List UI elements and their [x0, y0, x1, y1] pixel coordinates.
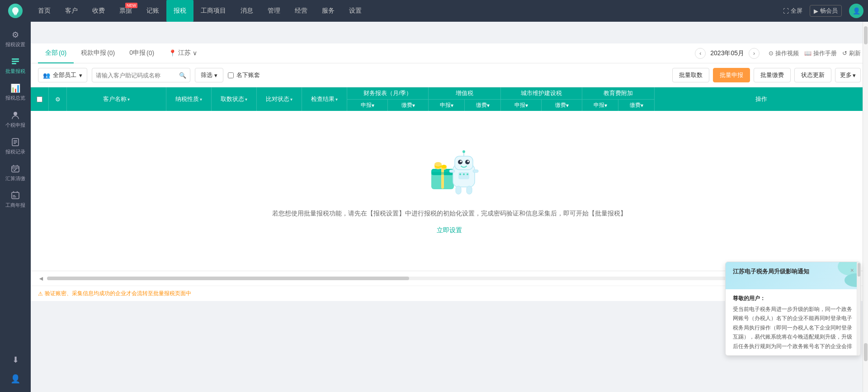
refresh-btn[interactable]: ↺ 刷新 — [842, 49, 861, 57]
nav-ticket[interactable]: 票据 NEW — [112, 0, 139, 22]
video-icon: ⊙ — [769, 50, 774, 57]
nav-operation[interactable]: 经营 — [288, 0, 315, 22]
settlement-icon — [10, 164, 20, 174]
batch-declare-btn[interactable]: 批量申报 — [713, 68, 750, 82]
scroll-left-icon[interactable]: ◄ — [38, 275, 44, 282]
svg-point-33 — [463, 173, 465, 175]
search-input[interactable] — [96, 72, 177, 79]
sidebar-item-personal-tax[interactable]: 个税申报 — [0, 106, 31, 133]
search-box: 🔍 — [92, 68, 190, 82]
filter-icon[interactable]: ▾ — [127, 97, 130, 102]
sidebar-item-batch-tax[interactable]: 批量报税 — [0, 52, 31, 79]
th-city-declare: 申报 ▾ — [501, 100, 542, 111]
tax-records-icon — [10, 137, 20, 147]
th-group-education-title: 教育费附加 — [582, 87, 654, 100]
filter-icon[interactable]: ▾ — [487, 102, 490, 109]
setup-link[interactable]: 立即设置 — [437, 226, 462, 234]
select-icon: 👥 — [43, 72, 50, 79]
svg-point-26 — [467, 161, 469, 163]
annual-report-icon — [10, 191, 20, 201]
sidebar-item-download[interactable]: ⬇ — [0, 350, 31, 369]
sidebar-bottom: ⬇ 👤 — [0, 350, 31, 388]
tab-zero-declare[interactable]: 0申报 (0) — [122, 43, 161, 63]
sidebar-item-settlement[interactable]: 汇算清缴 — [0, 159, 31, 186]
svg-point-16 — [434, 162, 442, 167]
filter-icon[interactable]: ▾ — [335, 97, 338, 102]
checkbox-label[interactable]: 名下账套 — [228, 71, 260, 79]
nav-message[interactable]: 消息 — [233, 0, 260, 22]
sidebar-item-user[interactable]: 👤 — [0, 369, 31, 388]
filter-icon[interactable]: ▾ — [641, 102, 643, 109]
filter-icon[interactable]: ▾ — [566, 102, 569, 109]
prev-month-btn[interactable]: ‹ — [695, 48, 706, 59]
svg-rect-7 — [14, 143, 16, 144]
employee-select[interactable]: 👥 全部员工 ▾ — [38, 68, 87, 82]
filter-icon[interactable]: ▾ — [290, 97, 292, 102]
fullscreen-btn[interactable]: ⛶ 全屏 — [783, 7, 802, 15]
th-edu-pay: 缴费 ▾ — [618, 100, 654, 111]
th-settings[interactable]: ⚙ — [49, 87, 67, 111]
nav-settings[interactable]: 设置 — [342, 0, 369, 22]
sidebar-item-annual-report[interactable]: 工商年报 — [0, 186, 31, 213]
th-tax-nature: 纳税性质 ▾ — [166, 87, 212, 111]
filter-btn[interactable]: 筛选 ▾ — [195, 68, 223, 82]
filter-icon[interactable]: ▾ — [525, 102, 528, 109]
new-badge: NEW — [125, 3, 137, 8]
th-group-financial-title: 财务报表（月/季） — [347, 87, 428, 100]
nav-home[interactable]: 首页 — [31, 0, 58, 22]
svg-point-18 — [441, 165, 447, 168]
header-checkbox[interactable] — [37, 96, 42, 102]
filter-icon[interactable]: ▾ — [245, 97, 247, 102]
account-checkbox[interactable] — [228, 72, 234, 78]
tab-right-actions: ⊙ 操作视频 📖 操作手册 ↺ 刷新 — [769, 49, 861, 57]
nav-manage[interactable]: 管理 — [260, 0, 288, 22]
more-btn[interactable]: 更多 ▾ — [835, 68, 861, 82]
operation-manual-btn[interactable]: 📖 操作手册 — [804, 49, 837, 57]
svg-rect-8 — [12, 166, 19, 172]
svg-rect-6 — [14, 142, 17, 143]
sidebar-item-tax-records[interactable]: 报税记录 — [0, 133, 31, 159]
vip-btn[interactable]: ▶ 畅会员 — [810, 5, 842, 17]
filter-icon[interactable]: ▾ — [604, 102, 607, 109]
next-month-btn[interactable]: › — [749, 48, 760, 59]
th-financial-declare: 申报 ▾ — [347, 100, 388, 111]
nav-customer[interactable]: 客户 — [58, 0, 85, 22]
nav-tax[interactable]: 报税 — [166, 0, 193, 22]
avatar[interactable]: 👤 — [849, 4, 863, 18]
svg-point-24 — [465, 160, 470, 164]
filter-icon[interactable]: ▾ — [451, 102, 453, 109]
svg-point-23 — [458, 160, 462, 164]
nav-business[interactable]: 工商项目 — [193, 0, 233, 22]
th-group-vat: 增值税 申报 ▾ 缴费 ▾ — [429, 87, 501, 111]
nav-bookkeeping[interactable]: 记账 — [139, 0, 166, 22]
batch-fetch-btn[interactable]: 批量取数 — [672, 68, 709, 82]
filter-icon[interactable]: ▾ — [200, 97, 202, 102]
sidebar-item-tax-overview[interactable]: 📊 报税总览 — [0, 79, 31, 105]
nav-fee[interactable]: 收费 — [85, 0, 112, 22]
page-scroll-thumb-top — [864, 26, 868, 44]
th-group-financial: 财务报表（月/季） 申报 ▾ 缴费 ▾ — [347, 87, 429, 111]
filter-icon[interactable]: ▾ — [372, 102, 374, 109]
search-icon[interactable]: 🔍 — [179, 72, 186, 79]
chevron-down-icon: ∨ — [193, 49, 197, 57]
nav-service[interactable]: 服务 — [315, 0, 342, 22]
th-checkbox[interactable] — [31, 87, 49, 111]
user-icon: 👤 — [10, 374, 20, 384]
app-logo[interactable] — [5, 0, 26, 22]
page-scrollbar[interactable] — [863, 22, 868, 392]
status-update-btn[interactable]: 状态更新 — [794, 68, 831, 82]
sidebar-item-tax-settings[interactable]: ⚙ 报税设置 — [0, 25, 31, 52]
toolbar: 👥 全部员工 ▾ 🔍 筛选 ▾ 名下账套 批量取数 批量申报 批量缴费 — [31, 63, 868, 87]
tab-jiangsu[interactable]: 📍 江苏 ∨ — [161, 43, 204, 63]
batch-pay-btn[interactable]: 批量缴费 — [754, 68, 791, 82]
operation-video-btn[interactable]: ⊙ 操作视频 — [769, 49, 799, 57]
batch-tax-icon — [10, 57, 20, 67]
notif-scrollbar[interactable] — [857, 262, 860, 355]
svg-point-34 — [467, 173, 468, 175]
filter-icon[interactable]: ▾ — [412, 102, 415, 109]
notification-popup: 江苏电子税务局升级影响通知 × 尊敬的用户： 受当前电子税务局进一步升级的影响，… — [725, 262, 861, 356]
svg-rect-1 — [12, 61, 19, 62]
tab-all[interactable]: 全部 (0) — [38, 43, 74, 63]
tab-tax-declare[interactable]: 税款申报 (0) — [74, 43, 122, 63]
notif-close-btn[interactable]: × — [848, 266, 857, 275]
